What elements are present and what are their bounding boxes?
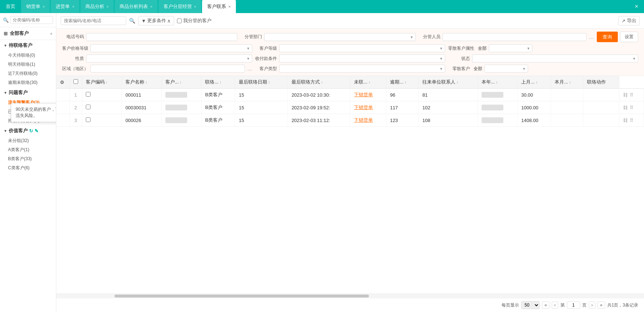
horizontal-scrollbar[interactable] [56, 293, 644, 298]
tab-home[interactable]: 首页 [0, 0, 21, 13]
last-method-link[interactable]: 下销货单 [354, 117, 373, 123]
dept-select[interactable] [264, 33, 415, 41]
grid-action-icon[interactable]: ⠿ [630, 105, 633, 110]
sidebar-all-customers[interactable]: ⊞ 全部客户 « [0, 27, 56, 40]
th-uncontacted[interactable]: 未联...↕ [350, 76, 386, 89]
retail-attr-select[interactable] [489, 44, 532, 52]
prev-page-button[interactable]: ‹ [552, 301, 558, 309]
link-icon[interactable]: ⛓ [623, 105, 628, 110]
more-conditions-button[interactable]: ▼ 更多条件 ∧ [138, 16, 174, 25]
select-all-checkbox[interactable] [73, 79, 78, 84]
search-button[interactable]: 🔍 [129, 18, 135, 24]
sidebar-item-overdue[interactable]: 逾期未联络(30) [0, 78, 56, 87]
row-checkbox[interactable] [86, 105, 90, 109]
chevron-down-icon: ∧ [167, 18, 171, 24]
sidebar-item-tomorrow[interactable]: 明天待联络(1) [0, 60, 56, 69]
my-customers-checkbox[interactable]: 我分管的客户 [177, 17, 212, 24]
sidebar-section-title-value[interactable]: ▼ 价值客户 ↻ ✎ [0, 125, 56, 136]
tab-sales[interactable]: 销货单 × [21, 0, 50, 13]
next-page-button[interactable]: › [589, 301, 595, 309]
tab-customer-contact[interactable]: 客户联系 × [202, 0, 236, 13]
td-overdue: 81 [419, 89, 478, 101]
th-last-date[interactable]: 最后联络日期↕ [235, 76, 288, 89]
price-grade-select[interactable] [90, 44, 252, 52]
td-type: B类客户 [201, 114, 235, 127]
status-select[interactable] [472, 54, 638, 62]
manager-input[interactable] [443, 33, 587, 41]
close-icon[interactable]: × [194, 4, 196, 9]
td-last-method[interactable]: 下销货单 [350, 114, 386, 127]
total-label: 共1页，3条记录 [607, 302, 638, 308]
last-method-link[interactable]: 下销货单 [354, 105, 373, 110]
export-button[interactable]: ↗ 导出 [618, 16, 640, 25]
region-input[interactable] [90, 65, 245, 73]
grid-action-icon[interactable]: ⠿ [630, 92, 633, 98]
th-name[interactable]: 客户名称↕ [122, 76, 162, 89]
td-last-method[interactable]: 下销货单 [350, 89, 386, 101]
first-page-button[interactable]: « [542, 301, 550, 309]
page-input[interactable] [567, 301, 580, 309]
td-last-method[interactable]: 下销货单 [350, 101, 386, 114]
edit-icon[interactable]: ✎ [35, 128, 39, 134]
close-icon[interactable]: × [150, 4, 152, 9]
sidebar-item-class-c[interactable]: C类客户(6) [0, 163, 56, 173]
sidebar-search-input[interactable] [10, 16, 53, 24]
scrollbar-thumb[interactable] [114, 295, 369, 297]
price-grade-select-wrap: ▼ [90, 44, 252, 52]
td-overdue: 102 [419, 101, 478, 114]
customer-type-select[interactable] [279, 65, 445, 73]
tab-product-analysis[interactable]: 商品分析 × [80, 0, 114, 13]
td-checkbox[interactable] [82, 101, 122, 114]
more-icon[interactable]: … [247, 66, 252, 72]
my-customers-check[interactable] [177, 19, 182, 23]
row-checkbox[interactable] [86, 92, 90, 97]
close-icon[interactable]: × [228, 4, 230, 9]
sidebar-item-class-b[interactable]: B类客户(33) [0, 154, 56, 163]
row-checkbox[interactable] [86, 117, 90, 122]
settings-button[interactable]: 设置 [620, 32, 638, 42]
retail-customer-select[interactable] [484, 65, 528, 73]
customer-grade-select[interactable] [279, 44, 445, 52]
close-icon[interactable]: × [106, 4, 109, 9]
grid-action-icon[interactable]: ⠿ [630, 118, 633, 123]
td-contact: 15 [235, 89, 288, 101]
link-icon[interactable]: ⛓ [623, 118, 628, 123]
nature-select[interactable] [86, 54, 252, 62]
th-code[interactable]: 客户编码↕ [82, 76, 122, 89]
arrow-icon: ▼ [4, 129, 7, 133]
search-input[interactable] [61, 16, 126, 25]
sidebar-section-title-problem[interactable]: ▼ 问题客户 [0, 87, 56, 98]
last-method-link[interactable]: 下销货单 [354, 92, 373, 97]
sidebar-item-7days[interactable]: 近7天待联络(0) [0, 69, 56, 78]
close-icon[interactable]: × [43, 4, 45, 9]
last-page-button[interactable]: » [597, 301, 605, 309]
sidebar-item-ungrouped[interactable]: 未分组(32) [0, 136, 56, 145]
more-icon[interactable]: … [589, 34, 594, 40]
payment-select[interactable] [279, 54, 445, 62]
close-icon[interactable]: × [72, 4, 74, 9]
close-all-button[interactable]: × [629, 3, 644, 10]
td-checkbox[interactable] [82, 89, 122, 101]
per-page-select[interactable]: 50 100 200 [521, 301, 540, 309]
th-year-amount[interactable]: 本年...↕ [478, 76, 518, 89]
th-last-month[interactable]: 上月...↕ [518, 76, 551, 89]
sidebar-item-today[interactable]: 今天待联络(0) [0, 51, 56, 60]
th-type[interactable]: 客户...↕ [161, 76, 201, 89]
sidebar-section-title-pending[interactable]: ▼ 待联络客户 [0, 40, 56, 51]
query-button[interactable]: 查询 [597, 32, 618, 42]
th-last-method[interactable]: 最后联络方式↕ [288, 76, 350, 89]
tab-purchase[interactable]: 进货单 × [51, 0, 79, 13]
th-contact[interactable]: 联络...↕ [201, 76, 235, 89]
tab-customer-tier[interactable]: 客户分层经营 × [158, 0, 201, 13]
sidebar-item-class-a[interactable]: A类客户(1) [0, 145, 56, 154]
th-contact2[interactable]: 往来单位联系人↕ [419, 76, 478, 89]
phone-input[interactable] [86, 33, 237, 41]
tab-product-analysis-list[interactable]: 商品分析列表 × [114, 0, 157, 13]
td-checkbox[interactable] [82, 114, 122, 127]
link-icon[interactable]: ⛓ [623, 92, 628, 98]
refresh-icon[interactable]: ↻ [29, 128, 33, 134]
th-settings[interactable]: ⚙ [56, 76, 69, 89]
th-checkbox[interactable] [69, 76, 82, 89]
th-overdue[interactable]: 逾期...↕ [386, 76, 419, 89]
th-this-month[interactable]: 本月...↕ [551, 76, 583, 89]
